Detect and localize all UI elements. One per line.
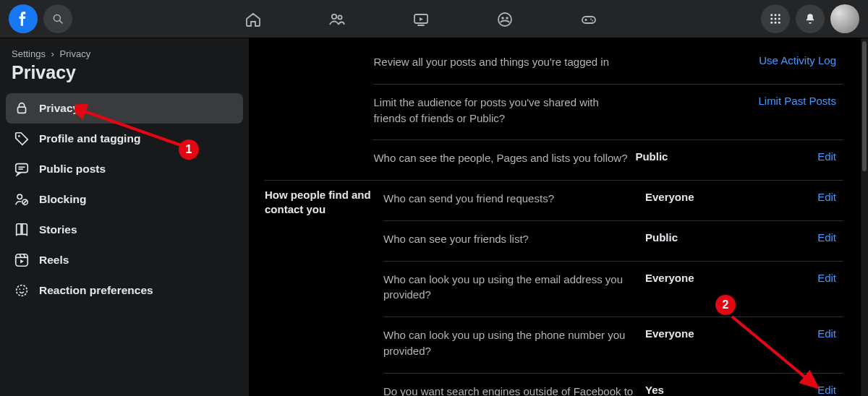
nav-groups[interactable] (490, 5, 519, 34)
setting-question: Who can see the people, Pages and lists … (373, 150, 635, 166)
setting-row-friend-requests: Who can send you friend requests? Everyo… (383, 181, 843, 220)
svg-point-15 (775, 14, 777, 16)
home-icon (244, 11, 262, 28)
svg-point-12 (590, 18, 592, 20)
setting-value: Yes (645, 384, 768, 396)
sidebar-item-label: Blocking (39, 193, 86, 206)
setting-value: Everyone (645, 272, 768, 284)
sidebar-item-reaction-prefs[interactable]: Reaction preferences (6, 275, 243, 306)
nav-tabs (239, 0, 603, 38)
breadcrumb-parent[interactable]: Settings (12, 48, 46, 59)
section-find-contact: How people find and contact you Who can … (265, 181, 843, 396)
sidebar-item-label: Reels (39, 254, 69, 267)
nav-gaming[interactable] (574, 5, 603, 34)
sidebar-item-label: Stories (39, 223, 77, 236)
content-area: Review all your posts and things you're … (249, 38, 868, 396)
edit-link[interactable]: Edit (817, 384, 843, 396)
sidebar-item-profile-tagging[interactable]: Profile and tagging (6, 124, 243, 154)
setting-value: Public (635, 150, 758, 163)
search-button[interactable] (43, 4, 72, 33)
annotation-badge-1: 1 (179, 139, 199, 160)
scrollbar-thumb[interactable] (862, 41, 867, 171)
edit-link[interactable]: Edit (817, 231, 843, 244)
groups-icon (496, 11, 514, 28)
setting-row-email-lookup: Who can look you up using the email addr… (383, 261, 843, 317)
svg-point-22 (778, 22, 780, 24)
svg-point-14 (770, 14, 773, 16)
sidebar-item-privacy[interactable]: Privacy (6, 93, 243, 124)
svg-point-8 (506, 17, 509, 20)
notifications-button[interactable] (796, 4, 825, 33)
sidebar-item-blocking[interactable]: Blocking (6, 184, 243, 215)
setting-question: Who can see your friends list? (383, 231, 645, 247)
setting-row-review-posts: Review all your posts and things you're … (373, 44, 843, 84)
lock-icon (13, 100, 30, 116)
svg-point-24 (18, 135, 20, 137)
facebook-f-icon (14, 9, 33, 28)
block-icon (13, 191, 30, 207)
section-heading: How people find and contact you (265, 181, 383, 396)
svg-point-13 (592, 20, 593, 21)
nav-watch[interactable] (407, 5, 435, 34)
section-your-activity: Review all your posts and things you're … (265, 44, 843, 181)
message-icon (13, 161, 30, 177)
sidebar-item-label: Reaction preferences (39, 284, 153, 297)
svg-point-19 (778, 18, 780, 20)
edit-link[interactable]: Edit (817, 150, 843, 163)
facebook-logo[interactable] (9, 4, 38, 33)
edit-link[interactable]: Edit (817, 191, 843, 203)
setting-row-search-engines: Do you want search engines outside of Fa… (383, 373, 843, 397)
sidebar-item-stories[interactable]: Stories (6, 215, 243, 245)
page-title: Privacy (6, 61, 243, 93)
tag-icon (13, 131, 30, 147)
svg-rect-23 (18, 107, 26, 113)
top-bar (0, 0, 868, 38)
setting-value: Public (645, 231, 768, 244)
setting-value: Everyone (645, 327, 768, 340)
svg-point-37 (23, 288, 25, 290)
breadcrumb-child[interactable]: Privacy (60, 48, 91, 59)
setting-value: Everyone (645, 191, 768, 203)
setting-row-limit-audience: Limit the audience for posts you've shar… (373, 84, 843, 140)
sidebar-item-public-posts[interactable]: Public posts (6, 154, 243, 184)
watch-icon (412, 11, 430, 28)
section-heading (265, 44, 373, 180)
setting-question: Limit the audience for posts you've shar… (373, 95, 635, 126)
sidebar-item-label: Privacy (39, 102, 79, 115)
edit-link[interactable]: Edit (817, 272, 843, 284)
sidebar-item-reels[interactable]: Reels (6, 245, 243, 275)
svg-point-3 (338, 15, 341, 19)
svg-point-28 (17, 194, 22, 199)
setting-row-friends-list: Who can see your friends list? Public Ed… (383, 220, 843, 261)
svg-point-16 (778, 14, 780, 16)
setting-row-follow-visibility: Who can see the people, Pages and lists … (373, 139, 843, 180)
book-icon (13, 222, 30, 238)
account-avatar[interactable] (830, 4, 859, 33)
settings-sidebar: Settings › Privacy Privacy Privacy Profi… (0, 38, 249, 396)
svg-point-21 (775, 22, 777, 24)
nav-home[interactable] (239, 5, 268, 34)
svg-point-36 (19, 288, 20, 290)
svg-point-2 (332, 14, 336, 18)
svg-line-30 (23, 200, 27, 204)
sidebar-item-label: Profile and tagging (39, 132, 140, 145)
page-body: Settings › Privacy Privacy Privacy Profi… (0, 38, 868, 396)
svg-point-18 (775, 18, 777, 20)
use-activity-log-link[interactable]: Use Activity Log (759, 54, 843, 66)
vertical-scrollbar[interactable] (861, 38, 868, 396)
nav-friends[interactable] (323, 5, 352, 34)
svg-point-20 (770, 22, 773, 24)
gaming-icon (580, 11, 597, 28)
menu-button[interactable] (761, 4, 790, 33)
svg-line-1 (59, 20, 62, 23)
svg-point-7 (501, 17, 504, 20)
grid-icon (769, 12, 782, 25)
setting-question: Who can look you up using the email addr… (383, 272, 645, 304)
bell-icon (804, 12, 817, 25)
search-icon (51, 12, 64, 25)
breadcrumb: Settings › Privacy (6, 47, 243, 61)
edit-link[interactable]: Edit (817, 327, 843, 340)
limit-past-posts-link[interactable]: Limit Past Posts (758, 95, 843, 107)
svg-point-35 (17, 285, 27, 296)
annotation-badge-2: 2 (715, 295, 736, 315)
